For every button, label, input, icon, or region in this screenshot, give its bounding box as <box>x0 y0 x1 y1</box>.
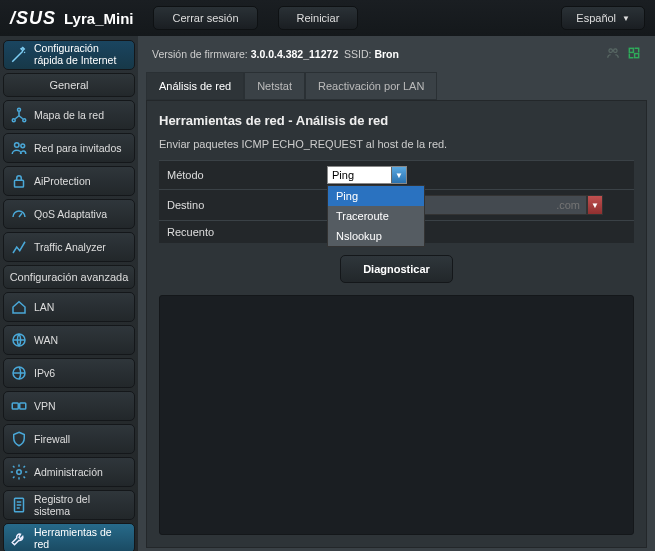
vpn-icon <box>10 397 28 415</box>
svg-point-3 <box>15 143 20 148</box>
svg-point-10 <box>17 470 22 475</box>
ssid-label: SSID: <box>344 48 371 60</box>
sidebar-label: Traffic Analyzer <box>34 241 106 253</box>
globe-icon <box>10 331 28 349</box>
users-icon <box>10 139 28 157</box>
svg-rect-8 <box>12 403 18 409</box>
sidebar-header-general: General <box>3 73 135 97</box>
reboot-button[interactable]: Reiniciar <box>278 6 359 30</box>
brand-logo: /SUS <box>10 8 56 29</box>
sidebar-item-wan[interactable]: WAN <box>3 325 135 355</box>
sidebar-label: Configuración rápida de Internet <box>34 43 128 66</box>
sidebar-label: Registro del sistema <box>34 493 128 517</box>
sidebar-header-advanced: Configuración avanzada <box>3 265 135 289</box>
tab-netstat[interactable]: Netstat <box>244 72 305 100</box>
language-label: Español <box>576 12 616 24</box>
sidebar-label: QoS Adaptativa <box>34 208 107 220</box>
sidebar-label: Red para invitados <box>34 142 122 154</box>
sidebar-label: Administración <box>34 466 103 478</box>
home-icon <box>10 298 28 316</box>
sidebar-item-system-log[interactable]: Registro del sistema <box>3 490 135 520</box>
method-select[interactable]: Ping ▼ <box>327 166 407 184</box>
svg-point-1 <box>12 119 15 122</box>
dropdown-option-traceroute[interactable]: Traceroute <box>328 206 424 226</box>
dropdown-option-ping[interactable]: Ping <box>328 186 424 206</box>
sidebar-item-qos[interactable]: QoS Adaptativa <box>3 199 135 229</box>
svg-rect-14 <box>629 48 633 52</box>
page-description: Enviar paquetes ICMP ECHO_REQUEST al hos… <box>159 138 634 150</box>
users-status-icon[interactable] <box>605 46 621 62</box>
sidebar-label: IPv6 <box>34 367 55 379</box>
sidebar-item-ipv6[interactable]: IPv6 <box>3 358 135 388</box>
sidebar-item-vpn[interactable]: VPN <box>3 391 135 421</box>
ssid-value: Bron <box>374 48 399 60</box>
svg-point-2 <box>23 119 26 122</box>
wrench-icon <box>10 529 28 547</box>
destination-dropdown-button[interactable]: ▼ <box>587 195 603 215</box>
svg-point-0 <box>18 108 21 111</box>
firmware-version: 3.0.0.4.382_11272 <box>251 48 339 60</box>
chart-icon <box>10 238 28 256</box>
sidebar-label: LAN <box>34 301 54 313</box>
chevron-down-icon: ▼ <box>622 14 630 23</box>
model-name: Lyra_Mini <box>64 10 133 27</box>
tab-network-analysis[interactable]: Análisis de red <box>146 72 244 100</box>
refresh-icon[interactable] <box>627 46 641 62</box>
sidebar-item-network-map[interactable]: Mapa de la red <box>3 100 135 130</box>
globe-icon <box>10 364 28 382</box>
network-icon <box>10 106 28 124</box>
gauge-icon <box>10 205 28 223</box>
svg-rect-5 <box>15 180 24 187</box>
method-value: Ping <box>332 169 354 181</box>
sidebar-item-firewall[interactable]: Firewall <box>3 424 135 454</box>
method-dropdown: Ping Traceroute Nslookup <box>327 185 425 247</box>
sidebar-item-traffic-analyzer[interactable]: Traffic Analyzer <box>3 232 135 262</box>
output-area <box>159 295 634 535</box>
svg-point-12 <box>609 49 613 53</box>
sidebar-item-quick-setup[interactable]: Configuración rápida de Internet <box>3 40 135 70</box>
chevron-down-icon: ▼ <box>391 167 406 183</box>
sidebar-item-lan[interactable]: LAN <box>3 292 135 322</box>
sidebar-item-administration[interactable]: Administración <box>3 457 135 487</box>
shield-icon <box>10 430 28 448</box>
document-icon <box>10 496 28 514</box>
language-selector[interactable]: Español ▼ <box>561 6 645 30</box>
sidebar-label: Mapa de la red <box>34 109 104 121</box>
logout-button[interactable]: Cerrar sesión <box>153 6 257 30</box>
sidebar-label: Herramientas de red <box>34 526 128 550</box>
wand-icon <box>10 46 28 64</box>
svg-point-13 <box>614 49 618 53</box>
sidebar-label: Firewall <box>34 433 70 445</box>
firmware-label: Versión de firmware: <box>152 48 248 60</box>
page-title: Herramientas de red - Análisis de red <box>159 113 634 128</box>
gear-icon <box>10 463 28 481</box>
sidebar-item-guest-network[interactable]: Red para invitados <box>3 133 135 163</box>
lock-icon <box>10 172 28 190</box>
sidebar-label: AiProtection <box>34 175 91 187</box>
diagnose-button[interactable]: Diagnosticar <box>340 255 453 283</box>
sidebar-label: VPN <box>34 400 56 412</box>
destination-label: Destino <box>167 199 327 211</box>
svg-rect-15 <box>635 54 639 58</box>
method-label: Método <box>167 169 327 181</box>
svg-point-4 <box>21 144 25 148</box>
tab-wol[interactable]: Reactivación por LAN <box>305 72 437 100</box>
count-label: Recuento <box>167 226 327 238</box>
sidebar-label: WAN <box>34 334 58 346</box>
sidebar-item-aiprotection[interactable]: AiProtection <box>3 166 135 196</box>
sidebar-item-network-tools[interactable]: Herramientas de red <box>3 523 135 551</box>
dropdown-option-nslookup[interactable]: Nslookup <box>328 226 424 246</box>
svg-rect-9 <box>20 403 26 409</box>
